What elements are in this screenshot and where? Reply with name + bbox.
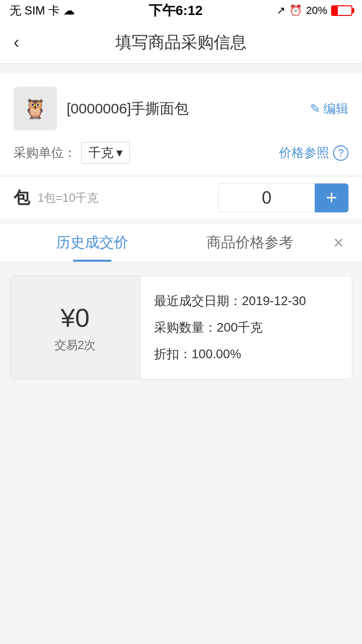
battery-percent: 20%	[306, 4, 327, 17]
discount-value: 100.00%	[192, 347, 241, 361]
quantity-control: 0 +	[218, 183, 348, 212]
tab-close-button[interactable]: ×	[329, 233, 348, 253]
quantity-conversion: 1包=10千克	[38, 190, 98, 206]
nav-bar: ‹ 填写商品采购信息	[0, 21, 362, 64]
page-title: 填写商品采购信息	[115, 31, 247, 54]
quantity-plus-button[interactable]: +	[315, 183, 348, 212]
tab-active-underline	[73, 260, 111, 262]
alarm-icon: ⏰	[289, 4, 302, 17]
back-button[interactable]: ‹	[14, 32, 19, 53]
dropdown-arrow-icon: ▾	[116, 145, 123, 160]
date-label: 最近成交日期：	[154, 294, 242, 308]
battery-indicator	[331, 5, 352, 16]
quantity-value[interactable]: 0	[218, 183, 315, 212]
discount-label: 折扣：	[154, 347, 192, 361]
sim-status: 无 SIM 卡 ☁	[10, 3, 75, 18]
quantity-row: 包 1包=10千克 0 +	[0, 176, 362, 219]
price-card: ¥0 交易2次 最近成交日期：2019-12-30 采购数量：200千克 折扣：…	[10, 276, 352, 379]
date-row: 最近成交日期：2019-12-30	[154, 292, 338, 310]
price-value: 0	[75, 303, 90, 332]
transaction-count: 交易2次	[55, 337, 96, 353]
tab-row: 历史成交价 商品价格参考 ×	[0, 224, 362, 262]
status-left: 无 SIM 卡 ☁	[10, 3, 75, 18]
unit-value: 千克	[88, 144, 113, 161]
quantity-unit: 包	[14, 187, 30, 209]
purchase-unit-label: 采购单位：	[14, 144, 76, 161]
discount-row: 折扣：100.00%	[154, 345, 338, 364]
product-card: 🦉 [0000006]手撕面包 ✎ 编辑 采购单位： 千克 ▾ 价格参照 ?	[0, 73, 362, 175]
product-name: [0000006]手撕面包	[67, 99, 189, 119]
status-time: 下午6:12	[149, 1, 203, 20]
card-detail-right: 最近成交日期：2019-12-30 采购数量：200千克 折扣：100.00%	[140, 276, 352, 379]
card-price-left: ¥0 交易2次	[10, 276, 140, 379]
product-image: 🦉	[14, 87, 57, 130]
price-reference-button[interactable]: 价格参照 ?	[279, 144, 348, 161]
edit-button[interactable]: ✎ 编辑	[310, 100, 348, 117]
status-bar: 无 SIM 卡 ☁ 下午6:12 ↗ ⏰ 20%	[0, 0, 362, 21]
tab-history-price[interactable]: 历史成交价	[14, 224, 171, 262]
owl-logo-icon: 🦉	[23, 98, 47, 120]
qty-detail-value: 200千克	[217, 320, 263, 335]
help-circle-icon: ?	[333, 145, 348, 161]
currency-symbol: ¥	[60, 303, 75, 332]
price-ref-label: 价格参照	[279, 144, 329, 161]
page-rest	[0, 393, 362, 644]
location-icon: ↗	[277, 4, 285, 17]
status-right: ↗ ⏰ 20%	[277, 4, 352, 17]
qty-detail-label: 采购数量：	[154, 320, 217, 335]
purchase-unit-section: 采购单位： 千克 ▾	[14, 142, 130, 164]
edit-label: 编辑	[323, 100, 348, 117]
date-value: 2019-12-30	[242, 294, 306, 308]
unit-select[interactable]: 千克 ▾	[81, 142, 130, 164]
tab-price-reference[interactable]: 商品价格参考	[171, 224, 328, 262]
price-display: ¥0	[60, 303, 89, 333]
edit-icon: ✎	[310, 101, 320, 116]
quantity-detail-row: 采购数量：200千克	[154, 318, 338, 337]
